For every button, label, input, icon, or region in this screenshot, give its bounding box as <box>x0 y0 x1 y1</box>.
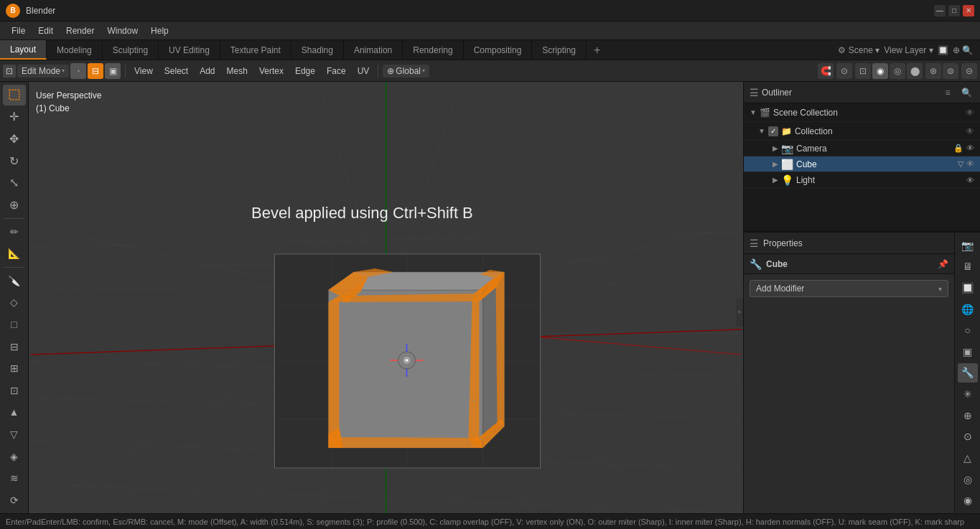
camera-object-row[interactable]: ▶ 📷 Camera 🔒 👁 <box>744 141 980 156</box>
tab-scripting[interactable]: Scripting <box>532 40 587 60</box>
collapse-handle[interactable]: < <box>736 298 743 327</box>
material-shading[interactable]: ◎ <box>890 63 905 79</box>
viewport[interactable]: User Perspective (1) Cube Bevel applied … <box>29 82 743 513</box>
mesh-menu[interactable]: Mesh <box>223 64 252 78</box>
annotate-tool[interactable]: ✏ <box>3 221 26 242</box>
rotate-tool[interactable]: ↻ <box>3 151 26 172</box>
bevel-tool[interactable]: ◈ <box>3 446 26 467</box>
xray-toggle[interactable]: ⊝ <box>961 63 977 79</box>
polyloop-tool[interactable]: □ <box>3 314 26 335</box>
view-layer-selector[interactable]: View Layer ▾ <box>884 45 933 55</box>
tab-rendering[interactable]: Rendering <box>403 40 463 60</box>
scale-tool[interactable]: ⤡ <box>3 172 26 193</box>
particles-props-icon[interactable]: ✳ <box>958 384 978 404</box>
loopcut-tool[interactable]: ⊟ <box>3 336 26 357</box>
mesh-type-buttons: ⬝ ⊟ ▣ <box>70 63 121 79</box>
proportional-icon[interactable]: ⊙ <box>836 63 852 79</box>
push-pull-tool[interactable]: ⊡ <box>3 380 26 401</box>
view-menu[interactable]: View <box>130 64 157 78</box>
light-object-row[interactable]: ▶ 💡 Light 👁 <box>744 172 980 188</box>
constraints-props-icon[interactable]: ⊙ <box>958 426 978 446</box>
pin-icon[interactable]: 📌 <box>938 259 948 269</box>
world-props-icon[interactable]: ○ <box>958 320 978 340</box>
add-menu[interactable]: Add <box>195 64 219 78</box>
material-props-icon[interactable]: ◎ <box>958 469 978 490</box>
snap-icon[interactable]: 🧲 <box>818 63 834 79</box>
collection-expand-icon[interactable]: ▼ <box>758 127 765 135</box>
menu-help[interactable]: Help <box>145 24 174 38</box>
transform-orientation[interactable]: ⊕ Global ▾ <box>383 65 429 78</box>
outliner-filter-icon[interactable]: ≡ <box>940 85 956 100</box>
inset-tool[interactable]: ▽ <box>3 424 26 445</box>
add-workspace-button[interactable]: + <box>587 40 607 60</box>
scene-selector[interactable]: ⚙ Scene ▾ <box>838 45 879 55</box>
tab-layout[interactable]: Layout <box>0 40 47 60</box>
move-tool[interactable]: ✥ <box>3 128 26 149</box>
overlay-icons: ⊛ ⊜ <box>925 63 958 79</box>
sc-expand-icon[interactable]: ▼ <box>750 108 757 116</box>
measure-tool[interactable]: 📐 <box>3 243 26 264</box>
scene-props-icon[interactable]: 🌐 <box>958 299 978 319</box>
tab-compositing[interactable]: Compositing <box>464 40 533 60</box>
extrude-tool[interactable]: ▲ <box>3 402 26 423</box>
offset-edge-tool[interactable]: ⊞ <box>3 358 26 379</box>
scene-visibility-icon[interactable]: 👁 <box>966 108 974 118</box>
wire-shading[interactable]: ⊡ <box>855 63 871 79</box>
outliner-search-icon[interactable]: 🔍 <box>958 85 974 100</box>
close-button[interactable]: ✕ <box>963 5 974 17</box>
bisect-tool[interactable]: ◇ <box>3 292 26 313</box>
menu-window[interactable]: Window <box>101 24 144 38</box>
edge-mode-btn[interactable]: ⊟ <box>88 63 103 79</box>
gizmo-button[interactable]: ⊛ <box>925 63 941 79</box>
bridge-tool[interactable]: ≋ <box>3 468 26 489</box>
knife-tool[interactable]: 🔪 <box>3 271 26 291</box>
minimize-button[interactable]: — <box>934 5 946 17</box>
select-box-tool[interactable] <box>3 85 26 106</box>
tab-uv-editing[interactable]: UV Editing <box>159 40 220 60</box>
vert-mode-btn[interactable]: ⬝ <box>70 63 86 79</box>
collection-checkbox[interactable]: ✓ <box>768 126 778 136</box>
light-eye[interactable]: 👁 <box>966 176 974 184</box>
menu-file[interactable]: File <box>6 24 31 38</box>
tab-sculpting[interactable]: Sculpting <box>103 40 159 60</box>
props-body: Add Modifier ▾ <box>744 274 954 303</box>
cube-object-row[interactable]: ▶ ⬜ Cube ▽ 👁 <box>744 156 980 172</box>
face-menu[interactable]: Face <box>322 64 350 78</box>
uv-menu[interactable]: UV <box>353 64 374 78</box>
camera-eye[interactable]: 👁 <box>966 144 974 153</box>
collection-visibility[interactable]: 👁 <box>966 126 974 136</box>
add-modifier-dropdown[interactable]: Add Modifier ▾ <box>750 280 948 297</box>
object-props-icon[interactable]: ▣ <box>958 342 978 362</box>
cursor-tool[interactable]: ✛ <box>3 107 26 128</box>
shader-props-icon[interactable]: ◉ <box>958 490 978 510</box>
transform-tool[interactable]: ⊕ <box>3 195 26 215</box>
tab-animation[interactable]: Animation <box>344 40 403 60</box>
solid-shading[interactable]: ◉ <box>872 63 888 79</box>
edge-menu[interactable]: Edge <box>291 64 319 78</box>
cam-expand: ▶ <box>773 144 778 152</box>
mode-selector[interactable]: Edit Mode ▾ <box>17 65 69 78</box>
render-props-icon[interactable]: 📷 <box>958 235 978 256</box>
cube-eye[interactable]: 👁 <box>966 159 974 169</box>
spin-tool[interactable]: ⟳ <box>3 490 26 510</box>
render-button[interactable]: 🔲 <box>938 45 948 55</box>
overlay-button[interactable]: ⊜ <box>943 63 958 79</box>
menu-render[interactable]: Render <box>60 24 100 38</box>
view-layer-props-icon[interactable]: 🔲 <box>958 278 978 298</box>
data-props-icon[interactable]: △ <box>958 448 978 468</box>
vertex-menu[interactable]: Vertex <box>255 64 288 78</box>
camera-restrict-select[interactable]: 🔒 <box>953 144 963 153</box>
face-mode-btn[interactable]: ▣ <box>105 63 121 79</box>
output-props-icon[interactable]: 🖥 <box>958 257 978 277</box>
select-menu[interactable]: Select <box>160 64 192 78</box>
tab-shading[interactable]: Shading <box>291 40 344 60</box>
maximize-button[interactable]: □ <box>948 5 960 17</box>
tab-texture-paint[interactable]: Texture Paint <box>220 40 291 60</box>
menu-edit[interactable]: Edit <box>32 24 59 38</box>
modifier-props-icon[interactable]: 🔧 <box>958 363 978 383</box>
render-shading[interactable]: ⬤ <box>907 63 923 79</box>
cube-filter-icon[interactable]: ▽ <box>958 159 963 169</box>
physics-props-icon[interactable]: ⊕ <box>958 406 978 426</box>
tab-modeling[interactable]: Modeling <box>47 40 103 60</box>
header-toolbar: ⊡ Edit Mode ▾ ⬝ ⊟ ▣ View Select Add Mesh… <box>0 60 980 82</box>
